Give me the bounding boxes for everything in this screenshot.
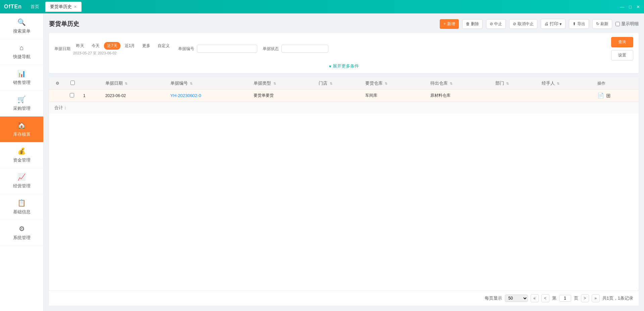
sidebar-item-finance-label: 资金管理 (13, 157, 31, 163)
next-page-btn[interactable]: > (581, 294, 589, 302)
td-req-warehouse: 车间库 (361, 90, 426, 102)
query-button[interactable]: 查询 (611, 37, 633, 47)
sidebar-item-search-label: 搜索菜单 (13, 28, 31, 34)
sidebar-item-basic[interactable]: 📋 基础信息 (0, 194, 43, 220)
prev-page-btn[interactable]: < (541, 294, 549, 302)
tab-bill-history[interactable]: 要货单历史 ✕ (45, 2, 82, 12)
display-detail-checkbox-label[interactable]: 显示明细 (615, 21, 639, 27)
bill-date-filter: 单据日期 昨天 今天 近7天 近1月 更多 自定义 2023-05-27 至 2… (54, 42, 173, 56)
bill-no-input[interactable] (197, 45, 257, 53)
pagination-bar: 每页显示 50 10 20 100 « < 第 页 > » 共1页，1条记录 (49, 291, 639, 306)
date-1month[interactable]: 近1月 (122, 42, 138, 50)
td-bill-date: 2023-06-02 (101, 90, 166, 102)
sidebar-item-sales[interactable]: 📊 销售管理 (0, 65, 43, 91)
cancel-stop-button[interactable]: ⊘ 取消中止 (509, 19, 537, 29)
new-button[interactable]: + 新增 (440, 19, 459, 29)
refresh-button[interactable]: ↻ 刷新 (592, 19, 612, 29)
window-min-icon[interactable]: — (620, 4, 624, 9)
td-bill-type: 要货单要货 (250, 90, 315, 102)
tab-list: 首页 要货单历史 ✕ (26, 2, 620, 12)
table-header: ⚙ 单据日期 ⇅ 单据编号 ⇅ (49, 77, 639, 90)
page-number-input[interactable] (559, 295, 571, 302)
print-dropdown-icon: ▾ (559, 21, 562, 27)
th-bill-no[interactable]: 单据编号 ⇅ (166, 77, 250, 90)
display-detail-checkbox[interactable] (615, 22, 620, 26)
search-icon: 🔍 (17, 18, 26, 26)
th-pending-warehouse[interactable]: 待出仓库 ⇅ (426, 77, 491, 90)
td-bill-no: YH-20230602-0 (166, 90, 250, 102)
money-icon: 💰 (17, 147, 26, 155)
main-layout: 🔍 搜索菜单 ⌂ 快捷导航 📊 销售管理 🛒 采购管理 🏠 库存核算 💰 资金管… (0, 13, 644, 311)
bill-status-label: 单据状态 (263, 46, 279, 52)
bill-status-select[interactable] (281, 45, 328, 53)
td-action: 📄 ⊞ (593, 90, 639, 102)
settings-button[interactable]: 设置 (611, 50, 633, 60)
th-department[interactable]: 部门 ⇅ (491, 77, 538, 90)
tab-close-icon[interactable]: ✕ (74, 5, 77, 9)
last-page-btn[interactable]: » (592, 294, 600, 302)
select-all-checkbox[interactable] (70, 81, 75, 85)
sidebar-item-purchase[interactable]: 🛒 采购管理 (0, 91, 43, 117)
expand-icon: ▾ (329, 64, 331, 69)
date-7days[interactable]: 近7天 (104, 42, 120, 50)
td-store (315, 90, 361, 102)
date-more[interactable]: 更多 (139, 42, 153, 50)
inventory-icon: 🏠 (17, 121, 26, 129)
sort-req-warehouse-icon: ⇅ (385, 82, 387, 85)
sidebar-item-search[interactable]: 🔍 搜索菜单 (0, 13, 43, 39)
sidebar-item-system[interactable]: ⚙ 系统管理 (0, 220, 43, 246)
print-button[interactable]: 🖨 打印 ▾ (541, 19, 566, 29)
sort-bill-type-icon: ⇅ (273, 82, 276, 85)
sidebar-item-inventory[interactable]: 🏠 库存核算 (0, 117, 43, 142)
th-handler[interactable]: 经手人 ⇅ (538, 77, 593, 90)
expand-more-btn[interactable]: ▾ 展开更多条件 (54, 63, 633, 69)
date-yesterday[interactable]: 昨天 (73, 42, 87, 50)
per-page-label: 每页显示 (485, 295, 502, 301)
window-max-icon[interactable]: □ (629, 4, 632, 9)
td-handler (538, 90, 593, 102)
expand-label: 展开更多条件 (333, 63, 359, 69)
sidebar-item-shortcut-label: 快捷导航 (13, 54, 31, 60)
tab-home[interactable]: 首页 (26, 2, 44, 12)
th-store[interactable]: 门店 ⇅ (315, 77, 361, 90)
sidebar-item-system-label: 系统管理 (13, 235, 31, 241)
view-action-icon[interactable]: 📄 (597, 92, 604, 99)
total-info: 共1页，1条记录 (602, 295, 633, 301)
th-settings[interactable]: ⚙ (49, 77, 66, 90)
header-row: ⚙ 单据日期 ⇅ 单据编号 ⇅ (49, 77, 639, 90)
th-bill-date[interactable]: 单据日期 ⇅ (101, 77, 166, 90)
sidebar-item-business[interactable]: 📈 经营管理 (0, 168, 43, 194)
sidebar-item-sales-label: 销售管理 (13, 80, 31, 86)
bill-status-filter: 单据状态 (263, 45, 328, 53)
sidebar-item-shortcut[interactable]: ⌂ 快捷导航 (0, 39, 43, 65)
stop-button[interactable]: ⊘ 中止 (486, 19, 506, 29)
td-department (491, 90, 538, 102)
per-page-select[interactable]: 50 10 20 100 (505, 295, 528, 302)
th-req-warehouse[interactable]: 要货仓库 ⇅ (361, 77, 426, 90)
sidebar-item-finance[interactable]: 💰 资金管理 (0, 142, 43, 168)
window-close-icon[interactable]: ✕ (636, 4, 640, 9)
export-button[interactable]: ⬆ 导出 (569, 19, 589, 29)
sort-pending-warehouse-icon: ⇅ (450, 82, 452, 85)
brand-logo: OfTEn (4, 4, 22, 10)
table-body: 1 2023-06-02 YH-20230602-0 要货单要货 车间库 原材料… (49, 90, 639, 102)
sidebar-item-inventory-label: 库存核算 (13, 131, 31, 137)
more-action-icon[interactable]: ⊞ (606, 92, 610, 99)
data-table: ⚙ 单据日期 ⇅ 单据编号 ⇅ (49, 77, 639, 102)
top-bar: OfTEn 首页 要货单历史 ✕ — □ ✕ (0, 0, 644, 13)
page-suffix: 页 (574, 295, 578, 301)
sort-bill-no-icon: ⇅ (190, 82, 193, 85)
page-header: 要货单历史 + 新增 🗑 删除 ⊘ 中止 ⊘ 取消中止 🖨 打印 ▾ ⬆ 导出 … (49, 19, 639, 29)
chart-icon: 📊 (17, 70, 26, 78)
row-checkbox[interactable] (70, 93, 74, 97)
delete-button[interactable]: 🗑 删除 (462, 19, 483, 29)
date-today[interactable]: 今天 (89, 42, 103, 50)
date-range-text: 2023-05-27 至 2023-06-02 (73, 51, 173, 56)
bill-status-select-wrap (281, 45, 328, 53)
date-custom[interactable]: 自定义 (155, 42, 173, 50)
print-label: 🖨 打印 (544, 21, 559, 27)
th-bill-type[interactable]: 单据类型 ⇅ (250, 77, 315, 90)
bill-no-link[interactable]: YH-20230602-0 (170, 93, 201, 98)
td-checkbox (66, 90, 79, 102)
first-page-btn[interactable]: « (531, 294, 539, 302)
